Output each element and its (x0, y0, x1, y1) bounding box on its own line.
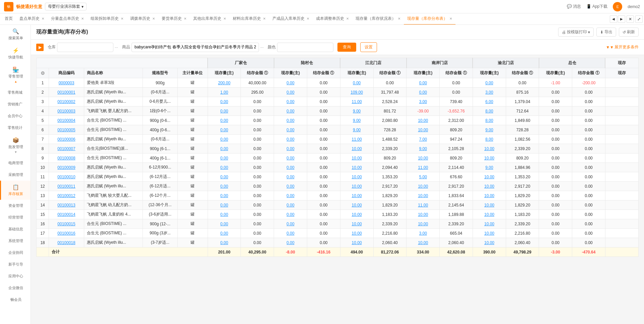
tab-other-out[interactable]: 其他出库单历史 ✕ (190, 13, 229, 25)
tab-combo-disassemble[interactable]: 组装拆卸单历史 ✕ (87, 13, 127, 25)
messages-btn[interactable]: 💬 消息 (567, 4, 581, 9)
sidebar-item-inventory[interactable]: 📋 库存核算 (0, 181, 31, 200)
sidebar-item-ecommerce[interactable]: 电商管理 (0, 157, 31, 169)
avatar[interactable]: E (613, 2, 622, 11)
sidebar-item-member[interactable]: 会员中心 (0, 110, 31, 122)
sidebar-item-purchase[interactable]: 采购管理 (0, 169, 31, 181)
tab-inventory-count[interactable]: 盘点单历史 ✕ (16, 13, 48, 25)
tab-partial-count[interactable]: 分量盘点单历史 ✕ (48, 13, 87, 25)
query-btn[interactable]: 查询 (337, 43, 356, 52)
cell-yb-qty: 10.00 (473, 182, 506, 191)
sidebar-item-operations[interactable]: 经营管理 (0, 212, 31, 223)
cell-code: 0000003 (49, 78, 84, 88)
cell-yb-qty: 10.00 (473, 200, 506, 210)
wholesale-icon: 📦 (12, 137, 19, 143)
sidebar-item-wholesale[interactable]: 📦 批发管理 ▼ (0, 134, 31, 157)
summary-row: 合计 201.00 40,295.00 -8.00 -416.16 494.00… (37, 247, 639, 257)
sidebar-item-retail-mgmt[interactable]: 🏪 零售管理 ▲ (0, 63, 31, 87)
sidebar-item-appcenter[interactable]: 应用中心 (0, 270, 31, 282)
close-tab-combo-disassemble[interactable]: ✕ (121, 17, 123, 20)
cell-factory-qty: 0.00 (208, 229, 241, 238)
close-tab-product-in[interactable]: ✕ (307, 17, 309, 20)
refresh-icon: ↺ (623, 30, 626, 35)
cell-na-amt: 676.60 (440, 172, 473, 182)
color-input[interactable] (277, 43, 333, 52)
sidebar-item-marketing[interactable]: 营销推广 (0, 98, 31, 110)
tab-transfer[interactable]: 调拨单历史 ✕ (127, 13, 158, 25)
sidebar-item-system[interactable]: 系统管理 (0, 235, 31, 247)
nav-prev-btn[interactable]: ◀ (610, 15, 617, 23)
refresh-btn[interactable]: ↺ 刷新 (619, 28, 639, 37)
filter-expand-btn[interactable]: ▶ (36, 44, 44, 51)
cell-factory-amt: 0.00 (241, 97, 274, 106)
cell-code: 00100006 (49, 135, 84, 144)
username[interactable]: demo2 (628, 4, 640, 9)
nav-close-all-btn[interactable]: ✕ (627, 15, 634, 23)
cell-code: 00100013 (49, 200, 84, 210)
cell-lc-amt: 0.00 (307, 172, 340, 182)
cell-current (605, 238, 638, 247)
cell-na-qty: 11.00 (407, 163, 440, 172)
sum-label: 合计 (49, 247, 208, 257)
sidebar-item-shortcut[interactable]: ⚡ 快捷导航 (0, 44, 31, 63)
col-settings[interactable]: ⚙ (37, 68, 49, 78)
tab-cost-adjust[interactable]: 成本调整单历史 ✕ (313, 13, 352, 25)
close-tab-cost-adjust[interactable]: ✕ (346, 17, 349, 20)
tab-product-in[interactable]: 产成品入库单历史 ✕ (269, 13, 313, 25)
cell-name: 惠氏启赋 (Wyeth illu... (84, 163, 143, 172)
close-tab-stock-dist[interactable]: ✕ (449, 17, 452, 20)
cell-na-qty: 7.00 (407, 135, 440, 144)
tab-home[interactable]: 首页 (1, 13, 16, 25)
cell-current (605, 153, 638, 163)
expand-more-label: 展开更多条件 (614, 44, 639, 50)
table-row: 2 00100001 惠氏启赋 (Wyeth illu... (0-6月适...… (37, 88, 639, 97)
sidebar-item-retail-shop[interactable]: 零售商城 (0, 87, 31, 98)
cell-factory-amt: 0.00 (241, 172, 274, 182)
export-btn[interactable]: ⬇ 导出 (596, 28, 616, 37)
sidebar-item-wechat[interactable]: 企业微信 (0, 282, 31, 294)
tab-purchase-request[interactable]: 要货单历史 ✕ (158, 13, 190, 25)
cell-name: 合生元 (BIOSTIME) ... (84, 125, 143, 135)
sum-na-amt: 42,620.08 (440, 247, 473, 257)
cell-lc-qty: 0.00 (274, 229, 307, 238)
company-select[interactable]: 母婴行业演示陈套 ▾ (45, 3, 87, 10)
nav-expand-btn[interactable]: ⤢ (635, 15, 643, 23)
expand-more-btn[interactable]: ▼▼ 展开更多条件 (606, 44, 639, 50)
tab-material-out[interactable]: 材料出库单历史 ✕ (229, 13, 269, 25)
cell-yb-amt: 1,353.20 (506, 172, 539, 182)
product-input[interactable] (131, 43, 259, 52)
close-tab-partial-count[interactable]: ✕ (81, 17, 84, 20)
sidebar-item-search[interactable]: 🔍 搜索英单 (0, 25, 31, 44)
col-na-qty: 现存量(主) (407, 68, 440, 78)
sidebar-item-enterprise[interactable]: 企业协同 (0, 247, 31, 259)
cell-jb-amt: 31,797.48 (373, 88, 407, 97)
cell-jb-amt: 2,339.20 (373, 144, 407, 153)
cell-unit: 罐 (178, 182, 208, 191)
table-body: 1 0000003 爱他美 卓萃3段 900g 罐 200.00 40,000.… (37, 78, 639, 257)
group-header-base (37, 58, 208, 68)
cell-factory-amt: 0.00 (241, 210, 274, 219)
nav-next-btn[interactable]: ▶ (618, 15, 625, 23)
warehouse-input[interactable] (57, 43, 113, 52)
tab-stock-table[interactable]: 现存量（库存状况表） ✕ (352, 13, 404, 25)
cell-factory-qty: 0.00 (208, 97, 241, 106)
sidebar-item-retail-stats[interactable]: 零售统计 (0, 122, 31, 134)
close-tab-stock-table[interactable]: ✕ (398, 17, 400, 20)
cell-factory-qty: 0.00 (208, 144, 241, 153)
close-tab-transfer[interactable]: ✕ (152, 17, 155, 20)
close-tab-other-out[interactable]: ✕ (223, 17, 226, 20)
sidebar-item-vip[interactable]: 畅会员 (0, 294, 31, 306)
cell-jb-amt: 801.72 (373, 106, 407, 116)
cell-unit: 罐 (178, 144, 208, 153)
close-tab-inventory-count[interactable]: ✕ (42, 17, 44, 20)
close-tab-purchase-request[interactable]: ✕ (184, 17, 186, 20)
sidebar-item-guide[interactable]: 新手引导 (0, 259, 31, 270)
close-tab-material-out[interactable]: ✕ (263, 17, 266, 20)
print-btn[interactable]: 🖨 按模版打印 ▾ (558, 28, 594, 37)
settings-btn[interactable]: 设置 (360, 42, 377, 52)
tab-stock-dist[interactable]: 现存量（库存分布表） ✕ (404, 13, 455, 25)
app-download-btn[interactable]: 📱 App下载 (586, 4, 607, 9)
sidebar-item-basics[interactable]: 基础信息 (0, 223, 31, 235)
sidebar-item-finance[interactable]: 资金管理 (0, 200, 31, 212)
cell-total-amt: 0.00 (572, 125, 605, 135)
